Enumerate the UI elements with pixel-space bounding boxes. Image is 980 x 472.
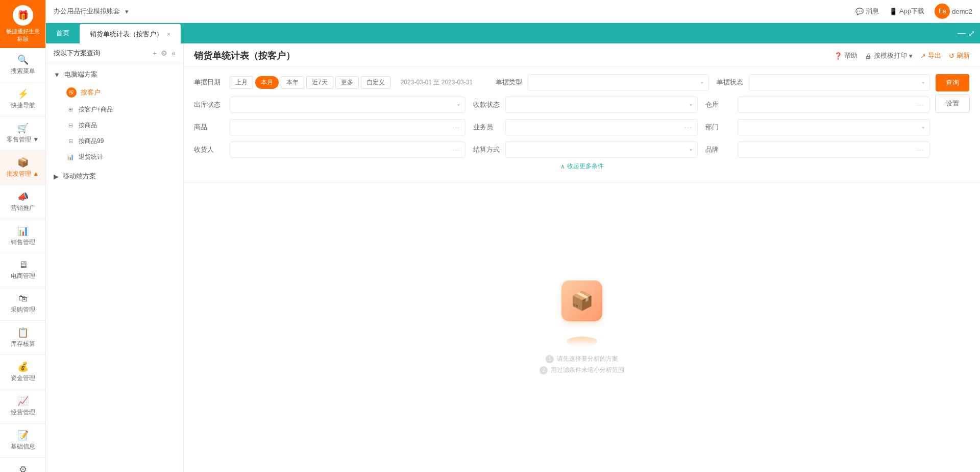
order-type-chevron: ▾ [701, 80, 703, 85]
department-label: 部门 [705, 123, 733, 132]
brand-label: 品牌 [705, 145, 733, 154]
sidebar-item-系统管理[interactable]: ⚙系统管理 [0, 458, 45, 472]
department-select[interactable]: ▾ [738, 119, 930, 135]
print-btn[interactable]: 🖨 按模板打印 ▾ [865, 51, 913, 60]
sidebar-item-资金管理[interactable]: 💰资金管理 [0, 355, 45, 389]
tab-sales-stats[interactable]: 销货单统计表（按客户） × [80, 24, 181, 44]
sidebar-icon: ⚙ [19, 464, 27, 472]
warehouse-select[interactable]: ··· [738, 97, 930, 113]
empty-hint-2: 2 用过滤条件来缩小分析范围 [540, 366, 624, 374]
payment-label: 结算方式 [473, 145, 501, 154]
sidebar-item-快捷导航[interactable]: ⚡快捷导航 [0, 82, 45, 116]
sidebar-icon: 📈 [17, 395, 29, 407]
sidebar-item-采购管理[interactable]: 🛍采购管理 [0, 287, 45, 321]
refresh-btn[interactable]: ↺ 刷新 [949, 51, 970, 60]
out-status-label: 出库状态 [194, 100, 222, 109]
sidebar-item-销售管理[interactable]: 📊销售管理 [0, 219, 45, 253]
sidebar-item-搜索菜单[interactable]: 🔍搜索菜单 [0, 48, 45, 82]
salesman-select[interactable]: ··· [505, 119, 698, 135]
sidebar-item-label: 资金管理 [11, 374, 35, 383]
salesman-dots: ··· [684, 123, 692, 131]
sidebar-item-经营管理[interactable]: 📈经营管理 [0, 389, 45, 423]
out-status-chevron: ▾ [457, 102, 460, 108]
order-type-select[interactable]: ▾ [528, 74, 709, 90]
download-icon: 📱 [889, 8, 897, 15]
out-status-select[interactable]: ▾ [230, 97, 465, 113]
query-btn[interactable]: 查询 [936, 74, 969, 91]
date-btn-更多[interactable]: 更多 [335, 76, 359, 89]
collapse-btn[interactable]: ∧ 收起更多条件 [194, 158, 970, 175]
date-btn-自定义[interactable]: 自定义 [361, 76, 390, 89]
header-actions: ❓ 帮助 🖨 按模板打印 ▾ ↗ 导出 ↺ [834, 51, 970, 60]
receipt-status-chevron: ▾ [690, 102, 692, 108]
tree-expand-icon: ▼ [54, 71, 60, 79]
goods-select[interactable]: ··· [230, 119, 465, 135]
sidebar-item-电商管理[interactable]: 🖥电商管理 [0, 253, 45, 287]
sidebar-icon: 🔍 [17, 54, 29, 65]
consignee-dots: ··· [452, 146, 460, 154]
left-panel: 按以下方案查询 + ⚙ « ▼ 电脑端方案 按 按客户 [46, 43, 184, 472]
brand-dots: ··· [917, 146, 924, 154]
sidebar-item-label: 搜索菜单 [11, 67, 35, 76]
settings-scheme-btn[interactable]: ⚙ [161, 49, 167, 57]
main-filter-row: 单据日期 上月本月本年近7天更多自定义 2023-03-01 至 2023-03… [194, 74, 970, 158]
sidebar-item-库存核算[interactable]: 📋库存核算 [0, 321, 45, 355]
message-btn[interactable]: 💬 消息 [855, 7, 879, 16]
sidebar-item-label: 基础信息 [11, 442, 35, 451]
sidebar-icon: 📊 [17, 225, 29, 237]
date-btn-本月[interactable]: 本月 [255, 76, 279, 89]
tree-mobile-section[interactable]: ▶ 移动端方案 [46, 168, 183, 185]
tree-item-return-stats[interactable]: 📊 退货统计 [46, 149, 183, 165]
collapse-panel-btn[interactable]: « [172, 49, 176, 57]
top-bar: 办公用品行业模拟账套 ▾ 💬 消息 📱 App下载 Ea demo2 [46, 0, 980, 23]
industry-dropdown-icon[interactable]: ▾ [125, 8, 129, 15]
sidebar-item-基础信息[interactable]: 📝基础信息 [0, 423, 45, 458]
user-area[interactable]: Ea demo2 [935, 4, 972, 19]
refresh-icon: ↺ [949, 52, 954, 60]
tree-desktop-section[interactable]: ▼ 电脑端方案 [46, 66, 183, 83]
payment-select[interactable]: ▾ [505, 141, 698, 158]
filter-row-2: 出库状态 ▾ 收款状态 ▾ [194, 97, 930, 113]
page-title: 销货单统计表（按客户） [194, 50, 295, 62]
tab-close-btn[interactable]: × [167, 31, 170, 38]
sidebar-item-营销推广[interactable]: 📣营销推广 [0, 185, 45, 219]
brand-select[interactable]: ··· [738, 141, 930, 158]
right-panel-header: 销货单统计表（按客户） ❓ 帮助 🖨 按模板打印 ▾ ↗ [184, 43, 980, 66]
user-name: demo2 [952, 8, 972, 15]
app-download-btn[interactable]: 📱 App下载 [889, 7, 924, 16]
tree-item-customer-goods[interactable]: ⊞ 按客户+商品 [46, 102, 183, 117]
export-btn[interactable]: ↗ 导出 [920, 51, 941, 60]
add-scheme-btn[interactable]: + [153, 49, 157, 57]
sidebar-icon: 📋 [17, 327, 29, 338]
sidebar-icon: 🛍 [18, 293, 28, 304]
date-btn-近7天[interactable]: 近7天 [306, 76, 333, 89]
table2-icon: ⊟ [66, 137, 75, 146]
empty-hints: 1 请先选择要分析的方案 2 用过滤条件来缩小分析范围 [540, 355, 624, 374]
date-range-text: 2023-03-01 至 2023-03-31 [401, 78, 473, 87]
tree-item-customer[interactable]: 按 按客户 [46, 83, 183, 102]
receipt-status-select[interactable]: ▾ [505, 97, 698, 113]
mobile-section: ▶ 移动端方案 [46, 168, 183, 185]
date-range-btns: 上月本月本年近7天更多自定义 [230, 76, 390, 89]
date-btn-上月[interactable]: 上月 [230, 76, 253, 89]
tree-item-goods[interactable]: ⊟ 按商品 [46, 117, 183, 133]
maximize-icon[interactable]: ⤢ [968, 29, 975, 38]
consignee-select[interactable]: ··· [230, 141, 465, 158]
tree-item-goods99[interactable]: ⊟ 按商品99 [46, 133, 183, 149]
help-btn[interactable]: ❓ 帮助 [834, 51, 857, 60]
settings-btn[interactable]: 设置 [935, 95, 970, 113]
minimize-icon[interactable]: — [958, 29, 966, 38]
date-btn-本年[interactable]: 本年 [281, 76, 304, 89]
tab-home[interactable]: 首页 [46, 23, 80, 43]
active-indicator: 按 [66, 87, 77, 98]
order-status-select[interactable]: ▾ [749, 74, 930, 90]
avatar: Ea [935, 4, 950, 19]
sidebar-item-批发管理[interactable]: 📦批发管理 ▲ [0, 151, 45, 185]
sidebar-item-label: 快捷导航 [11, 101, 35, 110]
print-dropdown-icon[interactable]: ▾ [909, 52, 913, 60]
right-panel: 销货单统计表（按客户） ❓ 帮助 🖨 按模板打印 ▾ ↗ [184, 43, 980, 472]
empty-hint-1: 1 请先选择要分析的方案 [546, 355, 618, 363]
grid-icon: ⊞ [66, 106, 75, 114]
left-panel-header: 按以下方案查询 + ⚙ « [46, 43, 183, 63]
sidebar-item-零售管理[interactable]: 🛒零售管理 ▼ [0, 116, 45, 151]
